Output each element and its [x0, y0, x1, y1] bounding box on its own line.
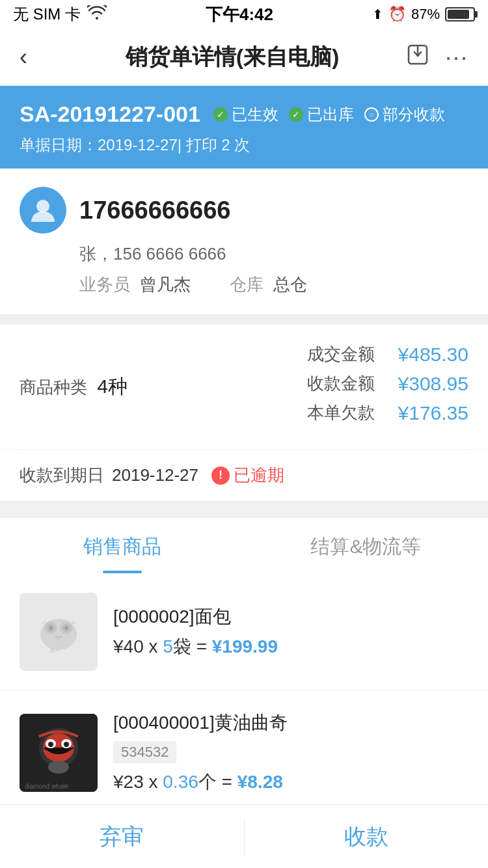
product-thumb-1: 兽+ [20, 593, 98, 671]
overdue-icon: ! [211, 467, 230, 485]
check-icon-1: ✓ [213, 107, 228, 122]
overdue-text: 已逾期 [234, 464, 284, 487]
customer-top: 17666666666 [20, 187, 468, 234]
customer-meta: 业务员 曾凡杰 仓库 总仓 [20, 273, 468, 296]
more-icon[interactable]: ··· [445, 44, 468, 71]
status-badge-partial: ○ 部分收款 [364, 104, 445, 125]
status-left: 无 SIM 卡 [13, 4, 107, 25]
transaction-row: 成交金额 ¥485.30 [307, 343, 468, 366]
banner-top: SA-20191227-001 ✓ 已生效 ✓ 已出库 ○ 部分收款 [20, 102, 468, 127]
product-price-1: ¥40 x 5袋 = ¥199.99 [113, 634, 468, 659]
product-name-2: [000400001]黄油曲奇 [113, 711, 468, 735]
status-badge-effective: ✓ 已生效 [213, 104, 278, 125]
customer-name: 17666666666 [79, 197, 230, 224]
back-button[interactable]: ‹ [20, 44, 59, 71]
receipt-amount: ¥308.95 [390, 373, 468, 395]
svg-point-17 [64, 742, 69, 747]
product-sku: 534532 [113, 741, 176, 763]
tab-settlement[interactable]: 结算&物流等 [244, 518, 488, 573]
wifi-icon [87, 5, 107, 23]
order-id: SA-20191227-001 [20, 102, 200, 127]
svg-point-18 [48, 761, 69, 774]
summary-section: 商品种类 4种 成交金额 ¥485.30 收款金额 ¥308.95 本单欠款 ¥… [0, 325, 488, 449]
debt-row: 本单欠款 ¥176.35 [307, 401, 468, 424]
avatar [20, 187, 66, 234]
tabs-row: 销售商品 结算&物流等 [0, 518, 488, 573]
product-types: 商品种类 4种 [20, 373, 128, 400]
battery-icon [445, 7, 475, 21]
products-section: 兽+ [0000002]面包 ¥40 x 5袋 = ¥199.99 [0, 573, 488, 815]
overdue-badge: ! 已逾期 [211, 464, 284, 487]
page-title: 销货单详情(来自电脑) [126, 42, 340, 72]
tabs-section: 销售商品 结算&物流等 [0, 511, 488, 573]
due-label: 收款到期日 [20, 464, 104, 487]
svg-point-8 [65, 627, 68, 630]
check-icon-2: ✓ [289, 107, 303, 122]
status-badge-shipped: ✓ 已出库 [289, 104, 354, 125]
product-item-2: diamond whale [000400001]黄油曲奇 534532 ¥23… [0, 691, 488, 815]
product-name-1: [0000002]面包 [113, 604, 468, 629]
nav-bar: ‹ 销货单详情(来自电脑) ··· [0, 29, 488, 86]
status-right: ⬆ ⏰ 87% [372, 6, 475, 23]
due-date: 2019-12-27 [112, 465, 198, 485]
divider-2 [0, 501, 488, 511]
svg-point-1 [36, 200, 49, 213]
banner-sub: 单据日期：2019-12-27| 打印 2 次 [20, 135, 468, 156]
header-banner: SA-20191227-001 ✓ 已生效 ✓ 已出库 ○ 部分收款 单据日期：… [0, 86, 488, 169]
svg-text:兽+: 兽+ [49, 647, 60, 654]
svg-point-16 [48, 742, 53, 747]
product-info-2: [000400001]黄油曲奇 534532 ¥23 x 0.36个 = ¥8.… [113, 711, 468, 794]
cancel-button[interactable]: 弃审 [0, 805, 244, 868]
receipt-row: 收款金额 ¥308.95 [307, 372, 468, 395]
warehouse-info: 仓库 总仓 [230, 273, 307, 296]
debt-amount: ¥176.35 [390, 402, 468, 424]
share-icon[interactable] [406, 43, 429, 72]
clock-icon: ○ [364, 107, 379, 122]
due-section: 收款到期日 2019-12-27 ! 已逾期 [0, 450, 488, 501]
location-icon: ⬆ [372, 7, 383, 22]
summary-row: 商品种类 4种 成交金额 ¥485.30 收款金额 ¥308.95 本单欠款 ¥… [20, 343, 468, 431]
salesperson-info: 业务员 曾凡杰 [79, 273, 191, 296]
divider-1 [0, 314, 488, 325]
confirm-button[interactable]: 收款 [245, 805, 489, 868]
product-price-2: ¥23 x 0.36个 = ¥8.28 [113, 770, 468, 794]
status-bar: 无 SIM 卡 下午4:42 ⬆ ⏰ 87% [0, 0, 488, 29]
customer-section: 17666666666 张，156 6666 6666 业务员 曾凡杰 仓库 总… [0, 169, 488, 314]
bottom-bar: 弃审 收款 [0, 804, 488, 868]
alarm-icon: ⏰ [388, 6, 406, 23]
product-info-1: [0000002]面包 ¥40 x 5袋 = ¥199.99 [113, 604, 468, 659]
time-display: 下午4:42 [206, 3, 273, 26]
status-badges: ✓ 已生效 ✓ 已出库 ○ 部分收款 [213, 104, 445, 125]
carrier-text: 无 SIM 卡 [13, 4, 81, 25]
svg-text:diamond whale: diamond whale [25, 783, 69, 790]
product-thumb-2: diamond whale [20, 714, 98, 792]
svg-point-2 [40, 619, 77, 650]
amounts: 成交金额 ¥485.30 收款金额 ¥308.95 本单欠款 ¥176.35 [307, 343, 468, 431]
nav-actions: ··· [406, 43, 468, 72]
battery-percent: 87% [411, 6, 440, 23]
tab-sales[interactable]: 销售商品 [0, 518, 244, 573]
customer-sub: 张，156 6666 6666 [20, 243, 468, 265]
product-item: 兽+ [0000002]面包 ¥40 x 5袋 = ¥199.99 [0, 573, 488, 691]
svg-point-7 [49, 627, 53, 630]
transaction-amount: ¥485.30 [390, 344, 468, 366]
